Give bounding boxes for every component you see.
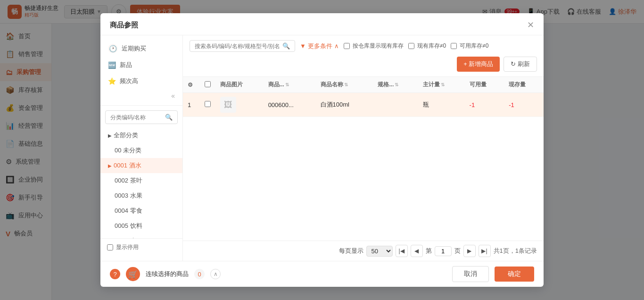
first-page-button[interactable]: |◀	[396, 245, 408, 257]
star-icon: ⭐	[108, 77, 116, 85]
col-checkbox[interactable]	[200, 77, 215, 93]
filter-icon: ▼	[300, 42, 306, 50]
modal-footer: ? 🛒 连续选择的商品 0 ∧ 取消 确定	[100, 261, 544, 287]
cart-icon[interactable]: 🛒	[126, 267, 140, 281]
modal-header: 商品参照 ✕	[100, 13, 544, 35]
cell-spec	[373, 93, 418, 117]
cell-unit: 瓶	[418, 93, 465, 117]
filter-collapse-icon: ∧	[334, 42, 339, 50]
quick-item-new[interactable]: 🆕 新品	[100, 57, 182, 73]
page-suffix-label: 页	[454, 247, 461, 255]
next-page-button[interactable]: ▶	[463, 245, 476, 257]
row-checkbox[interactable]	[205, 101, 211, 107]
col-unit[interactable]: 主计量⇅	[418, 77, 465, 93]
product-image: 🖼	[220, 97, 236, 113]
cell-current: -1	[504, 93, 544, 117]
cell-code: 000600...	[264, 93, 316, 117]
modal-overlay: 商品参照 ✕ 🕐 近期购买 🆕 新品 ⭐ 频次高	[0, 0, 644, 300]
table-row[interactable]: 1 🖼 000600... 白酒100ml 瓶	[183, 93, 544, 117]
select-all-checkbox[interactable]	[205, 81, 211, 87]
help-icon: ?	[113, 271, 116, 278]
quick-item-recent[interactable]: 🕐 近期购买	[100, 40, 182, 57]
available-stock-checkbox-label[interactable]: 可用库存≠0	[451, 42, 488, 50]
expand-icon: ▶	[108, 163, 112, 168]
settings-icon: ⚙	[188, 82, 193, 88]
category-00[interactable]: 00 未分类	[100, 143, 182, 158]
col-name[interactable]: 商品名称⇅	[316, 77, 373, 93]
by-warehouse-checkbox-label[interactable]: 按仓库显示现有库存	[344, 42, 404, 50]
current-stock-checkbox-label[interactable]: 现有库存≠0	[408, 42, 446, 50]
cell-checkbox[interactable]	[200, 93, 215, 117]
category-label: 0005 饮料	[115, 222, 142, 230]
modal-left-panel: 🕐 近期购买 🆕 新品 ⭐ 频次高 «	[100, 35, 183, 261]
toolbar-right: + 新增商品 ↻ 刷新	[457, 57, 537, 72]
cell-name: 白酒100ml	[316, 93, 373, 117]
pagination: 每页显示 50 100 200 |◀ ◀ 第 页 ▶ ▶| 共1页，1条记录	[183, 241, 544, 261]
product-table-area: ⚙ 商品图片 商品...⇅ 商品名称⇅ 规格...⇅ 主计量⇅ 可用	[183, 77, 544, 241]
show-disabled-label[interactable]: 显示停用	[107, 243, 176, 251]
product-search-input[interactable]	[195, 43, 280, 50]
last-page-button[interactable]: ▶|	[479, 245, 491, 257]
category-0005[interactable]: 0005 饮料	[100, 218, 182, 233]
product-table: ⚙ 商品图片 商品...⇅ 商品名称⇅ 规格...⇅ 主计量⇅ 可用	[183, 77, 544, 117]
product-search-bar[interactable]: 🔍	[190, 40, 295, 52]
up-icon: ∧	[214, 271, 218, 277]
show-disabled-checkbox[interactable]	[107, 244, 113, 250]
category-label: 00 未分类	[115, 146, 141, 155]
modal-body: 🕐 近期购买 🆕 新品 ⭐ 频次高 «	[100, 35, 544, 261]
per-page-label: 每页显示	[339, 247, 363, 255]
col-available: 可用量	[465, 77, 504, 93]
confirm-button[interactable]: 确定	[495, 267, 534, 282]
category-0003[interactable]: 0003 水果	[100, 188, 182, 203]
modal-toolbar: 🔍 ▼ 更多条件 ∧ 按仓库显示现有库存 现有库存≠0	[183, 35, 544, 77]
category-label: 0002 茶叶	[115, 176, 142, 185]
cell-rownum: 1	[183, 93, 200, 117]
add-product-button[interactable]: + 新增商品	[457, 57, 500, 72]
current-stock-checkbox[interactable]	[408, 43, 414, 49]
page-input[interactable]	[435, 246, 452, 256]
product-reference-modal: 商品参照 ✕ 🕐 近期购买 🆕 新品 ⭐ 频次高	[100, 13, 544, 287]
category-all[interactable]: ▶ 全部分类	[100, 128, 182, 143]
prev-page-button[interactable]: ◀	[411, 245, 423, 257]
quick-item-frequent[interactable]: ⭐ 频次高	[100, 73, 182, 89]
cart-count: 0	[194, 269, 205, 279]
divider	[100, 105, 182, 106]
category-search-bar[interactable]: 🔍	[105, 110, 178, 124]
modal-right-panel: 🔍 ▼ 更多条件 ∧ 按仓库显示现有库存 现有库存≠0	[183, 35, 544, 261]
category-label: 0003 水果	[115, 192, 142, 200]
category-tree: ▶ 全部分类 00 未分类 ▶ 0001 酒水 0002 茶叶	[100, 126, 182, 238]
category-label: 0001 酒水	[114, 161, 141, 170]
category-0004[interactable]: 0004 零食	[100, 203, 182, 218]
cancel-button[interactable]: 取消	[452, 266, 489, 282]
col-spec[interactable]: 规格...⇅	[373, 77, 418, 93]
category-0001[interactable]: ▶ 0001 酒水	[100, 158, 182, 173]
refresh-button[interactable]: ↻ 刷新	[504, 57, 537, 72]
search-icon: 🔍	[165, 114, 173, 121]
category-search-input[interactable]	[110, 114, 162, 121]
category-label: 0004 零食	[115, 207, 142, 215]
cell-image: 🖼	[215, 93, 264, 117]
collapse-panel-button[interactable]: «	[167, 90, 179, 101]
available-stock-checkbox[interactable]	[451, 43, 457, 49]
col-settings[interactable]: ⚙	[183, 77, 200, 93]
table-body: 1 🖼 000600... 白酒100ml 瓶	[183, 93, 544, 117]
more-filter-button[interactable]: ▼ 更多条件 ∧	[300, 42, 339, 50]
cart-label: 连续选择的商品	[146, 270, 189, 278]
search-icon: 🔍	[282, 42, 290, 50]
modal-title: 商品参照	[110, 21, 138, 30]
modal-close-button[interactable]: ✕	[527, 20, 534, 30]
by-warehouse-checkbox[interactable]	[344, 43, 350, 49]
col-image: 商品图片	[215, 77, 264, 93]
collapse-row: «	[100, 89, 182, 102]
col-current: 现存量	[504, 77, 544, 93]
cell-available: -1	[465, 93, 504, 117]
table-header: ⚙ 商品图片 商品...⇅ 商品名称⇅ 规格...⇅ 主计量⇅ 可用	[183, 77, 544, 93]
per-page-select[interactable]: 50 100 200	[366, 246, 393, 257]
category-0008[interactable]: 0008 水	[100, 233, 182, 238]
col-code[interactable]: 商品...⇅	[264, 77, 316, 93]
help-button[interactable]: ?	[110, 269, 120, 279]
cart-collapse-button[interactable]: ∧	[210, 269, 221, 279]
page-text-label: 第	[426, 247, 432, 255]
category-0002[interactable]: 0002 茶叶	[100, 173, 182, 188]
cart-symbol: 🛒	[128, 270, 138, 279]
